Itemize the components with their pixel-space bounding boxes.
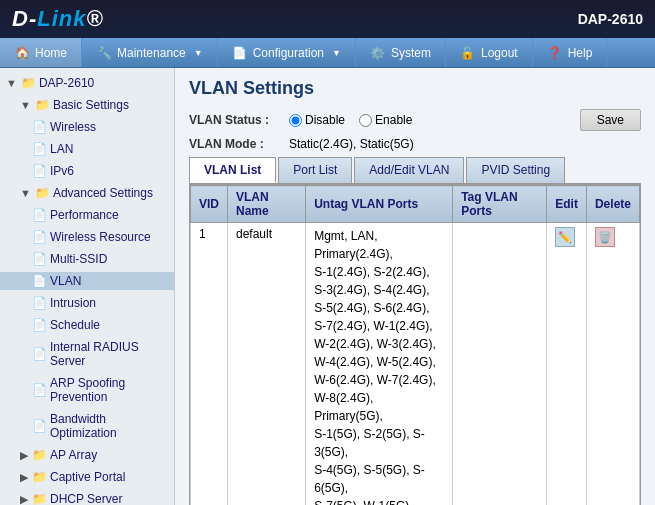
main-layout: ▼ 📁 DAP-2610 ▼ 📁 Basic Settings 📄 Wirele… [0,68,655,505]
header: D-Link® DAP-2610 [0,0,655,38]
vlan-mode-value: Static(2.4G), Static(5G) [289,137,414,151]
sidebar-item-dhcp-server[interactable]: ▶ 📁 DHCP Server [0,488,174,505]
edit-icon[interactable]: ✏️ [555,227,575,247]
sidebar: ▼ 📁 DAP-2610 ▼ 📁 Basic Settings 📄 Wirele… [0,68,175,505]
sidebar-bandwidth-label: Bandwidth Optimization [50,412,166,440]
tab-add-edit-vlan[interactable]: Add/Edit VLAN [354,157,464,183]
page-multissid-icon: 📄 [32,252,47,266]
sidebar-ipv6-label: IPv6 [50,164,74,178]
cell-tag-ports [453,223,547,506]
nav-help[interactable]: ❓ Help [533,38,608,67]
tab-port-list[interactable]: Port List [278,157,352,183]
sidebar-wireless-resource-label: Wireless Resource [50,230,151,244]
sidebar-dap2610-label: DAP-2610 [39,76,94,90]
folder-dhcp-icon: 📁 [32,492,47,505]
maintenance-arrow-icon: ▼ [194,48,203,58]
sidebar-item-wireless[interactable]: 📄 Wireless [0,116,174,138]
page-arp-icon: 📄 [32,383,47,397]
system-icon: ⚙️ [370,45,386,61]
sidebar-schedule-label: Schedule [50,318,100,332]
sidebar-item-bandwidth[interactable]: 📄 Bandwidth Optimization [0,408,174,444]
delete-icon[interactable]: 🗑️ [595,227,615,247]
sidebar-item-multi-ssid[interactable]: 📄 Multi-SSID [0,248,174,270]
expand-basic-icon: ▼ [20,99,31,111]
expand-icon: ▼ [6,77,17,89]
nav-configuration[interactable]: 📄 Configuration ▼ [218,38,356,67]
sidebar-item-arp[interactable]: 📄 ARP Spoofing Prevention [0,372,174,408]
page-radius-icon: 📄 [32,347,47,361]
sidebar-captive-label: Captive Portal [50,470,125,484]
vlan-status-enable-radio[interactable] [359,114,372,127]
cell-vlan-name: default [228,223,306,506]
sidebar-item-wireless-resource[interactable]: 📄 Wireless Resource [0,226,174,248]
tab-vlan-list[interactable]: VLAN List [189,157,276,183]
col-untag-ports: Untag VLAN Ports [306,186,453,223]
sidebar-item-intrusion[interactable]: 📄 Intrusion [0,292,174,314]
sidebar-dhcp-label: DHCP Server [50,492,122,505]
vlan-status-disable-label: Disable [305,113,345,127]
expand-captive-icon: ▶ [20,471,28,484]
sidebar-item-vlan[interactable]: 📄 VLAN [0,270,174,292]
vlan-mode-label: VLAN Mode : [189,137,289,151]
nav-home-label: Home [35,46,67,60]
sidebar-item-performance[interactable]: 📄 Performance [0,204,174,226]
page-lan-icon: 📄 [32,142,47,156]
col-tag-ports: Tag VLAN Ports [453,186,547,223]
sidebar-item-lan[interactable]: 📄 LAN [0,138,174,160]
vlan-status-label: VLAN Status : [189,113,289,127]
sidebar-item-basic-settings[interactable]: ▼ 📁 Basic Settings [0,94,174,116]
sidebar-ap-array-label: AP Array [50,448,97,462]
sidebar-item-dap2610[interactable]: ▼ 📁 DAP-2610 [0,72,174,94]
vlan-status-disable-radio[interactable] [289,114,302,127]
logout-icon: 🔓 [460,45,476,61]
navbar: 🏠 Home 🔧 Maintenance ▼ 📄 Configuration ▼… [0,38,655,68]
content-area: VLAN Settings VLAN Status : Disable Enab… [175,68,655,505]
tab-pvid-setting[interactable]: PVID Setting [466,157,565,183]
sidebar-wireless-label: Wireless [50,120,96,134]
expand-ap-icon: ▶ [20,449,28,462]
page-ipv6-icon: 📄 [32,164,47,178]
cell-untag-ports: Mgmt, LAN, Primary(2.4G), S-1(2.4G), S-2… [306,223,453,506]
vlan-status-enable-option[interactable]: Enable [359,113,412,127]
nav-logout[interactable]: 🔓 Logout [446,38,533,67]
sidebar-basic-settings-label: Basic Settings [53,98,129,112]
nav-help-label: Help [568,46,593,60]
sidebar-item-radius[interactable]: 📄 Internal RADIUS Server [0,336,174,372]
configuration-arrow-icon: ▼ [332,48,341,58]
sidebar-radius-label: Internal RADIUS Server [50,340,166,368]
cell-delete-action[interactable]: 🗑️ [586,223,639,506]
sidebar-item-captive-portal[interactable]: ▶ 📁 Captive Portal [0,466,174,488]
sidebar-arp-label: ARP Spoofing Prevention [50,376,166,404]
folder-basic-icon: 📁 [35,98,50,112]
nav-logout-label: Logout [481,46,518,60]
maintenance-icon: 🔧 [96,45,112,61]
vlan-table: VID VLAN Name Untag VLAN Ports Tag VLAN … [190,185,640,505]
nav-system[interactable]: ⚙️ System [356,38,446,67]
help-icon: ❓ [547,45,563,61]
page-wireless-icon: 📄 [32,120,47,134]
sidebar-intrusion-label: Intrusion [50,296,96,310]
vlan-status-disable-option[interactable]: Disable [289,113,345,127]
folder-advanced-icon: 📁 [35,186,50,200]
cell-edit-action[interactable]: ✏️ [547,223,587,506]
sidebar-item-ap-array[interactable]: ▶ 📁 AP Array [0,444,174,466]
nav-home[interactable]: 🏠 Home [0,38,82,67]
vlan-mode-row: VLAN Mode : Static(2.4G), Static(5G) [189,137,641,151]
nav-maintenance-label: Maintenance [117,46,186,60]
col-vlan-name: VLAN Name [228,186,306,223]
delete-action-icons: 🗑️ [595,227,631,247]
sidebar-item-ipv6[interactable]: 📄 IPv6 [0,160,174,182]
vlan-status-enable-label: Enable [375,113,412,127]
expand-dhcp-icon: ▶ [20,493,28,506]
cell-vid: 1 [191,223,228,506]
sidebar-item-advanced-settings[interactable]: ▼ 📁 Advanced Settings [0,182,174,204]
page-performance-icon: 📄 [32,208,47,222]
page-title: VLAN Settings [189,78,641,99]
sidebar-item-schedule[interactable]: 📄 Schedule [0,314,174,336]
nav-maintenance[interactable]: 🔧 Maintenance ▼ [82,38,218,67]
save-button[interactable]: Save [580,109,641,131]
page-bandwidth-icon: 📄 [32,419,47,433]
folder-icon: 📁 [21,76,36,90]
vlan-status-radio-group: Disable Enable [289,113,412,127]
page-schedule-icon: 📄 [32,318,47,332]
